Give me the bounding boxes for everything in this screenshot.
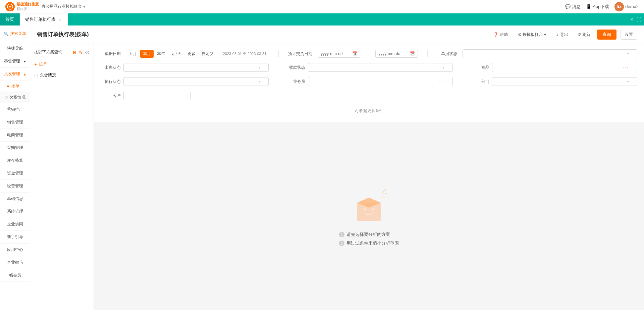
message-btn[interactable]: 💬 消息 (565, 4, 581, 10)
execution-section: 执行状态 ▾ (101, 77, 269, 86)
sidebar-item-basic[interactable]: 基础信息 (0, 193, 30, 205)
sidebar-item-wholesale[interactable]: 批发管理 ▴ (0, 68, 30, 81)
tab-home[interactable]: 首页 (0, 13, 20, 25)
page-actions: ❓ 帮助 🖨 按模板打印 ▾ ⤓ 导出 ↺ 刷新 (491, 30, 637, 40)
query-btn[interactable]: 查询 (597, 30, 616, 40)
expected-date-to[interactable] (378, 51, 409, 56)
collapse-more-row: ⋀ 收起更多条件 (101, 105, 637, 116)
sidebar-item-ecommerce[interactable]: 电商管理 (0, 129, 30, 142)
chevron-up-icon: ▴ (24, 72, 26, 76)
date-tabs: 上月 本月 本年 近7天 更多 自定义 (126, 50, 216, 58)
delivery-chevron-icon: ▾ (258, 65, 260, 70)
customer-select[interactable]: ··· (123, 91, 191, 100)
sidebar-item-quick-nav[interactable]: 快捷导航 (0, 42, 30, 55)
delivery-section: 出库状态 ▾ (101, 63, 269, 72)
date-tab-last7days[interactable]: 近7天 (168, 50, 184, 58)
print-chevron-icon: ▾ (544, 32, 546, 37)
goods-section: 商品 ··· (469, 63, 637, 72)
sidebar-item-operation[interactable]: 经营管理 (0, 180, 30, 193)
date-label: 单据日期 (101, 51, 121, 57)
salesperson-select[interactable]: ··· (308, 77, 453, 86)
app-download-btn[interactable]: 📱 App下载 (586, 4, 609, 10)
sidebar-item-enterprise[interactable]: 企业协同 (0, 218, 30, 231)
empty-tip-2: 2 用过滤条件来缩小分析范围 (339, 240, 399, 246)
department-select[interactable]: ▾ (492, 77, 637, 86)
user-avatar: Ea (614, 2, 624, 11)
date-tab-prev-month[interactable]: 上月 (126, 50, 140, 58)
print-btn[interactable]: 🖨 按模板打印 ▾ (515, 31, 549, 39)
refresh-icon: ↺ (578, 32, 581, 37)
empty-tip-1: 1 请先选择要分析的方案 (339, 231, 399, 238)
help-btn[interactable]: ❓ 帮助 (491, 31, 511, 39)
tab-bar: 首页 销售订单执行表 ✕ ✕ ⛶ (0, 13, 644, 25)
empty-state: 1 请先选择要分析的方案 2 用过滤条件来缩小分析范围 (339, 186, 399, 246)
date-tab-current-month[interactable]: 本月 (140, 50, 154, 58)
export-btn[interactable]: ⤓ 导出 (553, 31, 571, 39)
sidebar-item-inventory[interactable]: 库存核算 (0, 154, 30, 167)
sidebar-item-wechat[interactable]: 企业微信 (0, 256, 30, 269)
date-tab-more[interactable]: 更多 (185, 50, 198, 58)
customer-more-icon[interactable]: ··· (176, 93, 182, 98)
sidebar-sub-item-arrears[interactable]: ◌ 欠货情况 (0, 92, 30, 103)
scheme-and-main: 按以下方案查询 ⊕ ✎ ≪ ● 按单 ◌ 欠货情况 (30, 44, 644, 310)
salesperson-more-icon[interactable]: ··· (439, 79, 445, 84)
date-tab-current-year[interactable]: 本年 (154, 50, 168, 58)
home-tab-label: 首页 (5, 16, 14, 22)
sidebar-item-finance[interactable]: 资金管理 (0, 167, 30, 180)
tip-num-2: 2 (339, 241, 344, 246)
payment-select[interactable]: ▾ (308, 63, 453, 72)
sidebar-item-purchase[interactable]: 采购管理 (0, 142, 30, 154)
goods-more-icon[interactable]: ··· (623, 65, 629, 70)
sidebar-item-sales[interactable]: 销售管理 (0, 116, 30, 129)
tab-close-all-icon[interactable]: ✕ (630, 17, 634, 22)
doc-status-select[interactable]: ▾ (463, 49, 637, 58)
goods-select[interactable]: ··· (492, 63, 637, 72)
delivery-select[interactable]: ▾ (123, 63, 269, 72)
refresh-btn[interactable]: ↺ 刷新 (575, 31, 593, 39)
right-section: 单据日期 上月 本月 本年 近7天 更多 自定义 2023-03-01 至 20… (94, 44, 644, 310)
tab-bar-actions: ✕ ⛶ (627, 13, 644, 25)
edit-scheme-icon[interactable]: ✎ (78, 50, 83, 55)
export-icon: ⤓ (555, 32, 559, 37)
divider2 (427, 50, 428, 57)
calendar-icon-to: 📅 (410, 51, 415, 56)
svg-line-7 (383, 193, 387, 194)
user-avatar-area[interactable]: Ea demo2 (614, 2, 639, 11)
sidebar-sub-item-order[interactable]: ● 按单 (0, 81, 30, 92)
date-tab-custom[interactable]: 自定义 (199, 50, 216, 58)
sidebar-search-btn[interactable]: 🔍 搜索菜单 (0, 28, 30, 39)
divider5 (277, 78, 277, 85)
tab-sales-order[interactable]: 销售订单执行表 ✕ (20, 13, 68, 25)
header-left: 畅捷通好生意 标账版 办公用品行业模拟账套 ▾ (5, 2, 85, 11)
breadcrumb-chevron-icon[interactable]: ▾ (83, 4, 85, 9)
sidebar-item-apps[interactable]: 应用中心 (0, 244, 30, 256)
sidebar-item-member[interactable]: 畅会员 (0, 269, 30, 282)
payment-label: 收款状态 (285, 65, 305, 70)
settings-btn[interactable]: 设置 (621, 30, 637, 40)
collapse-more-btn[interactable]: ⋀ 收起更多条件 (355, 108, 383, 114)
svg-point-4 (364, 208, 366, 210)
tab-expand-icon[interactable]: ⛶ (637, 17, 641, 22)
add-scheme-icon[interactable]: ⊕ (72, 50, 76, 55)
sidebar-item-retail[interactable]: 零售管理 ▾ (0, 55, 30, 68)
logo-area: 畅捷通好生意 标账版 (5, 2, 39, 11)
payment-section: 收款状态 ▾ (285, 63, 453, 72)
arrears-icon: ◌ (5, 95, 8, 100)
scheme-header-actions: ⊕ ✎ ≪ (72, 50, 90, 55)
scheme-item-by-arrears[interactable]: ◌ 欠货情况 (30, 70, 94, 81)
main-content: 1 请先选择要分析的方案 2 用过滤条件来缩小分析范围 (94, 122, 644, 310)
message-icon: 💬 (565, 4, 571, 9)
svg-point-5 (372, 208, 374, 210)
salesperson-label: 业务员 (285, 79, 305, 85)
tab-close-icon[interactable]: ✕ (58, 17, 62, 22)
execution-select[interactable]: ▾ (123, 77, 269, 86)
expected-date-from[interactable] (321, 51, 351, 56)
page-title-row: 销售订单执行表(按单) ❓ 帮助 🖨 按模板打印 ▾ ⤓ 导出 (37, 30, 637, 40)
divider6 (461, 78, 461, 85)
sidebar-item-system[interactable]: 系统管理 (0, 205, 30, 218)
scheme-item-by-order[interactable]: ● 按单 (30, 59, 94, 70)
collapse-scheme-icon[interactable]: ≪ (85, 50, 90, 55)
filter-row-1: 单据日期 上月 本月 本年 近7天 更多 自定义 2023-03-01 至 20… (101, 49, 637, 58)
sidebar-item-marketing[interactable]: 营销推广 (0, 103, 30, 116)
sidebar-item-newbie[interactable]: 新手引导 (0, 231, 30, 244)
